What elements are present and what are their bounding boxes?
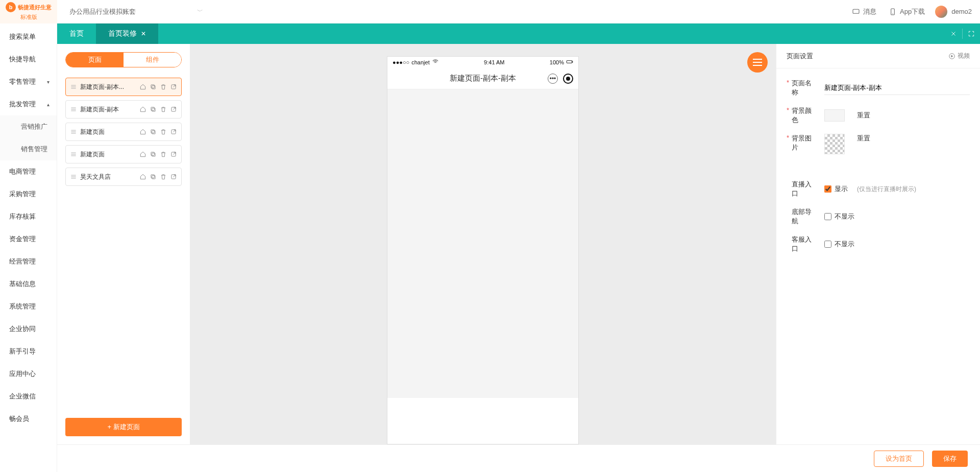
menu-fab[interactable] bbox=[747, 52, 768, 73]
sidebar-item-12[interactable]: 新手引导 bbox=[0, 340, 57, 363]
page-row-3[interactable]: 新建页面 bbox=[65, 145, 182, 163]
sidebar-item-13[interactable]: 应用中心 bbox=[0, 363, 57, 385]
page-row-0[interactable]: 新建页面-副本... bbox=[65, 78, 182, 96]
sidebar-item-1[interactable]: 快捷导航 bbox=[0, 48, 57, 70]
signal-icon: ●●●○○ bbox=[393, 59, 409, 65]
drag-icon[interactable] bbox=[70, 106, 77, 113]
label-bottom-nav: 底部导航 bbox=[787, 207, 817, 226]
sidebar-item-2[interactable]: 零售管理▾ bbox=[0, 70, 57, 93]
page-row-2[interactable]: 新建页面 bbox=[65, 123, 182, 141]
delete-icon[interactable] bbox=[160, 106, 167, 113]
sidebar-item-11[interactable]: 企业协同 bbox=[0, 318, 57, 340]
share-icon[interactable] bbox=[170, 83, 177, 90]
home-icon[interactable] bbox=[139, 151, 146, 158]
phone-body[interactable] bbox=[387, 89, 578, 398]
share-icon[interactable] bbox=[170, 151, 177, 158]
bottom-nav-checkbox[interactable]: 不显示 bbox=[824, 212, 854, 221]
delete-icon[interactable] bbox=[160, 173, 167, 180]
home-icon[interactable] bbox=[139, 106, 146, 113]
sidebar-item-5[interactable]: 采购管理 bbox=[0, 183, 57, 205]
share-icon[interactable] bbox=[170, 106, 177, 113]
tab-bar: 首页 首页装修 ✕ bbox=[57, 23, 980, 44]
topbar: b 畅捷通好生意 标准版 办公用品行业模拟账套 ﹀ 消息 App下载 demo2 bbox=[0, 0, 980, 23]
page-name: 新建页面-副本... bbox=[80, 83, 136, 91]
segment-page[interactable]: 页面 bbox=[66, 53, 124, 67]
bg-image-reset[interactable]: 重置 bbox=[857, 134, 870, 143]
chevron-down-icon: ▾ bbox=[47, 79, 50, 85]
fullscreen-icon[interactable] bbox=[963, 23, 980, 44]
drag-icon[interactable] bbox=[70, 83, 77, 90]
page-row-1[interactable]: 新建页面-副本 bbox=[65, 100, 182, 119]
share-icon[interactable] bbox=[170, 173, 177, 180]
delete-icon[interactable] bbox=[160, 128, 167, 135]
segment-component[interactable]: 组件 bbox=[124, 53, 181, 67]
bg-image-picker[interactable] bbox=[824, 134, 845, 154]
target-icon[interactable] bbox=[563, 74, 573, 84]
brand-edition: 标准版 bbox=[20, 13, 37, 21]
copy-icon[interactable] bbox=[150, 106, 157, 113]
settings-panel: 页面设置 视频 页面名称 背景颜色 bbox=[776, 44, 980, 444]
svg-rect-17 bbox=[567, 61, 572, 63]
drag-icon[interactable] bbox=[70, 128, 77, 135]
sidebar-item-0[interactable]: 搜索菜单 bbox=[0, 26, 57, 48]
avatar[interactable] bbox=[935, 6, 947, 18]
video-help-link[interactable]: 视频 bbox=[948, 52, 970, 60]
copy-icon[interactable] bbox=[150, 173, 157, 180]
add-page-button[interactable]: + 新建页面 bbox=[65, 418, 182, 436]
label-live-entry: 直播入口 bbox=[787, 180, 817, 198]
battery-icon bbox=[566, 58, 573, 66]
copy-icon[interactable] bbox=[150, 128, 157, 135]
sidebar-item-6[interactable]: 库存核算 bbox=[0, 205, 57, 228]
messages-link[interactable]: 消息 bbox=[852, 7, 876, 16]
username[interactable]: demo2 bbox=[951, 8, 972, 15]
phone-header: 新建页面-副本-副本 ••• bbox=[387, 68, 578, 89]
close-tab-icon[interactable]: ✕ bbox=[141, 30, 146, 37]
sidebar-item-8[interactable]: 经营管理 bbox=[0, 250, 57, 273]
share-icon[interactable] bbox=[170, 128, 177, 135]
copy-icon[interactable] bbox=[150, 151, 157, 158]
phone-time: 9:41 AM bbox=[484, 59, 504, 65]
delete-icon[interactable] bbox=[160, 83, 167, 90]
tab-home[interactable]: 首页 bbox=[57, 23, 96, 44]
more-icon[interactable]: ••• bbox=[548, 74, 558, 84]
bg-color-swatch[interactable] bbox=[824, 109, 845, 122]
home-icon[interactable] bbox=[139, 83, 146, 90]
bg-color-reset[interactable]: 重置 bbox=[857, 111, 870, 120]
live-entry-checkbox[interactable]: 显示 bbox=[824, 184, 848, 194]
set-home-button[interactable]: 设为首页 bbox=[874, 451, 924, 467]
delete-icon[interactable] bbox=[160, 151, 167, 158]
phone-page-title: 新建页面-副本-副本 bbox=[450, 74, 516, 83]
pages-panel: 页面 组件 新建页面-副本...新建页面-副本新建页面新建页面昊天文具店 + 新… bbox=[57, 44, 190, 444]
svg-rect-5 bbox=[152, 108, 155, 111]
tab-decorate[interactable]: 首页装修 ✕ bbox=[96, 23, 158, 44]
service-entry-checkbox[interactable]: 不显示 bbox=[824, 240, 854, 249]
label-service-entry: 客服入口 bbox=[787, 235, 817, 253]
play-icon bbox=[948, 53, 955, 60]
save-button[interactable]: 保存 bbox=[932, 451, 968, 467]
sidebar-item-4[interactable]: 电商管理 bbox=[0, 160, 57, 183]
app-download-link[interactable]: App下载 bbox=[889, 7, 925, 16]
page-name-input[interactable] bbox=[824, 81, 970, 95]
sidebar-item-15[interactable]: 畅会员 bbox=[0, 408, 57, 430]
svg-rect-14 bbox=[152, 176, 155, 179]
drag-icon[interactable] bbox=[70, 151, 77, 158]
label-bg-image: 背景图片 bbox=[787, 134, 817, 152]
sidebar-item-10[interactable]: 系统管理 bbox=[0, 295, 57, 318]
sidebar-subitem-3-1[interactable]: 销售管理 bbox=[0, 138, 57, 160]
sidebar-item-7[interactable]: 资金管理 bbox=[0, 228, 57, 250]
close-all-icon[interactable] bbox=[945, 23, 962, 44]
canvas: ●●●○○ chanjet 9:41 AM 100% bbox=[190, 44, 776, 444]
sidebar-subitem-3-0[interactable]: 营销推广 bbox=[0, 115, 57, 138]
home-icon[interactable] bbox=[139, 173, 146, 180]
drag-icon[interactable] bbox=[70, 173, 77, 180]
svg-rect-15 bbox=[151, 175, 154, 178]
sidebar-item-14[interactable]: 企业微信 bbox=[0, 385, 57, 408]
copy-icon[interactable] bbox=[150, 83, 157, 90]
sidebar-item-9[interactable]: 基础信息 bbox=[0, 273, 57, 295]
account-set-selector[interactable]: 办公用品行业模拟账套 ﹀ bbox=[69, 7, 203, 16]
svg-rect-9 bbox=[151, 130, 154, 133]
sidebar-item-3[interactable]: 批发管理▴ bbox=[0, 93, 57, 115]
carrier: chanjet bbox=[411, 59, 429, 65]
home-icon[interactable] bbox=[139, 128, 146, 135]
page-row-4[interactable]: 昊天文具店 bbox=[65, 168, 182, 186]
